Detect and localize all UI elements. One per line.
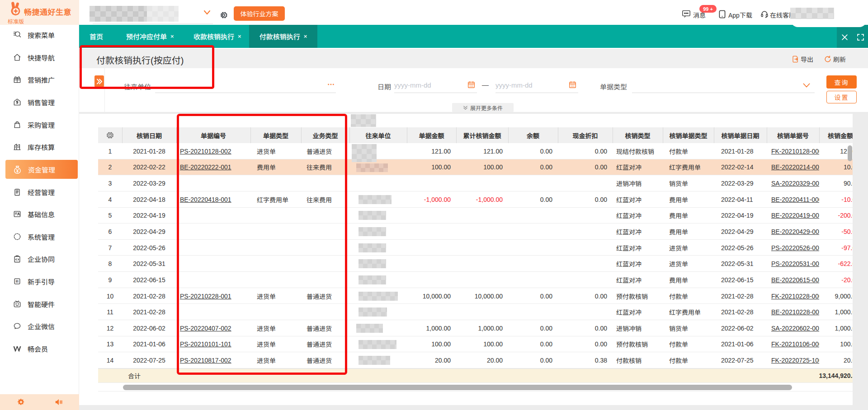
svg-text:新: 新 (15, 279, 19, 284)
